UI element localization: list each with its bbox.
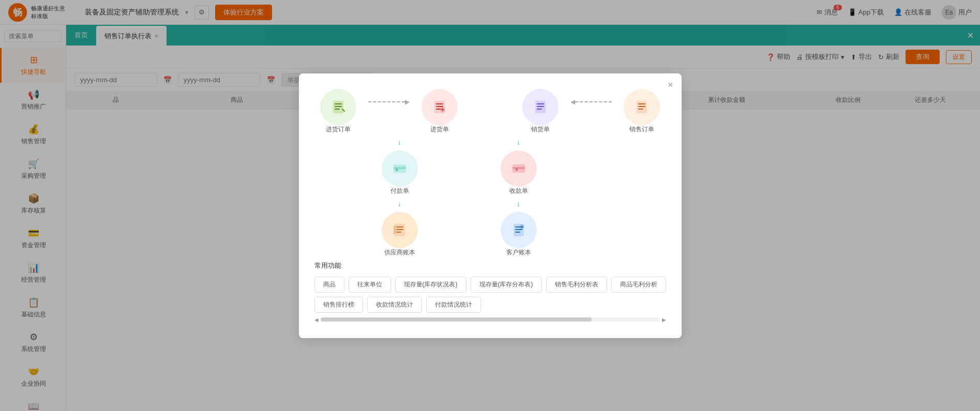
purchase-order-circle — [320, 89, 356, 125]
flow-node-supplier-ledger[interactable]: 供应商账本 — [382, 212, 418, 257]
func-btn-sales-margin[interactable]: 销售毛利分析表 — [546, 277, 607, 293]
flow-node-sales-bill[interactable]: 销货单 — [522, 89, 559, 134]
flow-diagram: 进货订单 ▶ — [314, 89, 666, 257]
purchase-order-label: 进货订单 — [326, 125, 351, 134]
flow-node-sales-order[interactable]: 销售订单 — [624, 89, 660, 134]
flow-node-purchase-bill[interactable]: 进货单 — [421, 89, 458, 134]
vertical-arrows-row2: ↓ ↓ — [314, 197, 666, 210]
func-btn-payment-stat[interactable]: 付款情况统计 — [426, 297, 481, 313]
supplier-ledger-label: 供应商账本 — [384, 248, 415, 257]
arrow-right-icon: ▶ — [405, 98, 410, 105]
func-btn-stock-status[interactable]: 现存量(库存状况表) — [395, 277, 466, 293]
purchase-bill-circle — [421, 89, 458, 125]
customer-ledger-label: 客户账本 — [506, 248, 531, 257]
func-row-1: 商品 往来单位 现存量(库存状况表) 现存量(库存分布表) 销售毛利分析表 商品… — [314, 277, 666, 293]
arrow-purchase-to-bill: ▶ — [368, 98, 410, 124]
v-arrow-sales: ↓ — [501, 136, 537, 148]
sales-order-label: 销售订单 — [629, 125, 654, 134]
modal-close-button[interactable]: × — [668, 80, 673, 90]
func-row-2: 销售排行榜 收款情况统计 付款情况统计 — [314, 297, 666, 313]
flow-top-row: 进货订单 ▶ — [314, 89, 666, 134]
flow-node-payment[interactable]: ¥ 付款单 — [382, 150, 418, 195]
flow-mid-row: ¥ 付款单 ￥ 收款单 — [314, 150, 666, 195]
arrow-left-icon: ◀ — [570, 98, 575, 105]
flow-node-purchase-order[interactable]: 进货订单 — [320, 89, 356, 134]
customer-ledger-circle — [501, 212, 537, 248]
scrollbar-thumb — [321, 317, 592, 322]
modal-dialog: × 进货订单 — [299, 73, 682, 338]
payment-circle: ¥ — [382, 150, 418, 187]
purchase-bill-label: 进货单 — [430, 125, 449, 134]
payment-label: 付款单 — [390, 187, 409, 195]
func-btn-product-margin[interactable]: 商品毛利分析 — [611, 277, 666, 293]
common-functions-title: 常用功能 — [314, 261, 666, 270]
receipt-circle: ￥ — [501, 150, 537, 187]
vertical-arrows-row: ↓ ↓ — [314, 136, 666, 148]
modal-overlay[interactable]: × 进货订单 — [0, 0, 980, 411]
func-btn-receipt-stat[interactable]: 收款情况统计 — [367, 297, 422, 313]
receipt-label: 收款单 — [509, 187, 528, 195]
v-arrow-purchase: ↓ — [382, 136, 418, 148]
sales-order-circle — [624, 89, 660, 125]
func-btn-counterparty[interactable]: 往来单位 — [349, 277, 391, 293]
func-btn-stock-dist[interactable]: 现存量(库存分布表) — [471, 277, 542, 293]
arrow-sales-order-to-bill: ◀ — [570, 98, 612, 124]
v-arrow-receipt: ↓ — [501, 197, 537, 210]
svg-text:¥: ¥ — [395, 168, 398, 172]
func-btn-sales-rank[interactable]: 销售排行榜 — [314, 297, 363, 313]
svg-text:￥: ￥ — [515, 168, 519, 172]
scroll-left-arrow[interactable]: ◀ — [314, 317, 319, 323]
svg-rect-12 — [394, 226, 396, 234]
common-functions: 常用功能 商品 往来单位 现存量(库存状况表) 现存量(库存分布表) 销售毛利分… — [314, 261, 666, 313]
func-btn-product[interactable]: 商品 — [314, 277, 344, 293]
flow-bot-row: 供应商账本 客户账本 — [314, 212, 666, 257]
modal-scrollbar[interactable] — [321, 317, 660, 322]
flow-node-receipt[interactable]: ￥ 收款单 — [501, 150, 537, 195]
sales-bill-label: 销货单 — [531, 125, 550, 134]
supplier-ledger-circle — [382, 212, 418, 248]
v-arrow-payment: ↓ — [382, 197, 418, 210]
sales-bill-circle — [522, 89, 559, 125]
flow-node-customer-ledger[interactable]: 客户账本 — [501, 212, 537, 257]
scroll-right-arrow[interactable]: ▶ — [662, 317, 666, 323]
modal-scrollbar-container: ◀ ▶ — [314, 317, 666, 323]
